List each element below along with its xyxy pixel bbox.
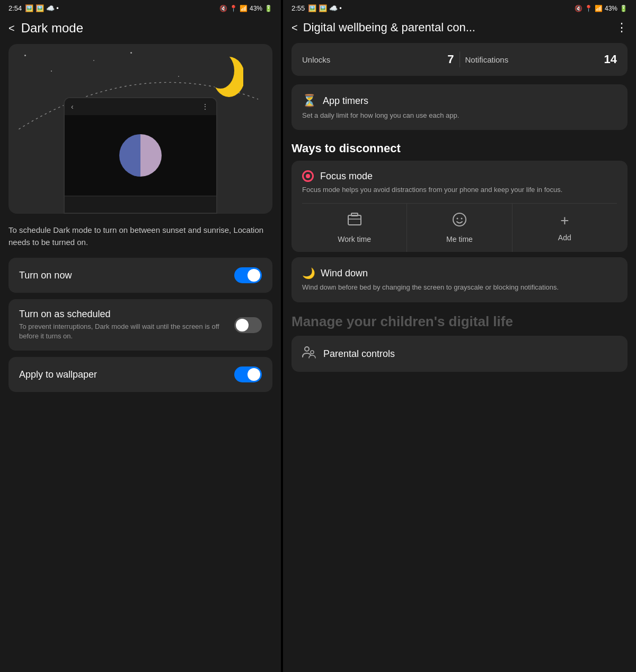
turn-on-scheduled-row[interactable]: Turn on as scheduled To prevent interrup… bbox=[8, 299, 272, 351]
dark-mode-description: To schedule Dark mode to turn on between… bbox=[0, 214, 281, 255]
svg-point-6 bbox=[456, 218, 458, 220]
left-time: 2:54 bbox=[8, 4, 22, 12]
phone-mockup-header: ‹ ⋮ bbox=[65, 98, 216, 115]
svg-rect-3 bbox=[351, 213, 358, 216]
left-page-title: Dark mode bbox=[21, 21, 83, 36]
apply-wallpaper-knob bbox=[248, 368, 260, 381]
left-panel: 2:54 🖼️ 🖼️ ☁️ • 🔇 📍 📶 43% 🔋 < Dark mode bbox=[0, 0, 281, 672]
parental-controls-icon bbox=[302, 345, 316, 362]
star5 bbox=[178, 76, 179, 77]
focus-mode-icon bbox=[302, 170, 314, 182]
star3 bbox=[93, 60, 94, 61]
focus-mode-desc: Focus mode helps you avoid distractions … bbox=[302, 185, 617, 195]
right-page-title: Digital wellbeing & parental con... bbox=[303, 21, 475, 34]
turn-on-scheduled-knob bbox=[236, 319, 249, 331]
notifications-label: Notifications bbox=[465, 55, 509, 64]
ways-to-disconnect-heading: Ways to disconnect bbox=[283, 133, 636, 161]
phone-mockup: ‹ ⋮ bbox=[64, 97, 217, 214]
children-heading: Manage your children's digital life bbox=[283, 302, 636, 336]
apply-wallpaper-label: Apply to wallpaper bbox=[19, 369, 97, 380]
left-location-icon: 📍 bbox=[229, 5, 237, 12]
svg-rect-2 bbox=[348, 215, 361, 225]
turn-on-scheduled-sublabel: To prevent interruptions, Dark mode will… bbox=[19, 322, 228, 341]
me-time-label: Me time bbox=[446, 235, 473, 243]
right-back-button[interactable]: < bbox=[292, 22, 298, 34]
notifications-value: 14 bbox=[604, 53, 617, 66]
moon-crescent bbox=[209, 55, 243, 102]
left-status-right: 🔇 📍 📶 43% 🔋 bbox=[219, 5, 272, 12]
turn-on-now-label: Turn on now bbox=[19, 270, 72, 281]
star1 bbox=[24, 55, 26, 56]
left-back-button[interactable]: < bbox=[8, 22, 15, 34]
parental-controls-card[interactable]: Parental controls bbox=[292, 336, 628, 372]
star2 bbox=[51, 71, 52, 72]
right-more-button[interactable]: ⋮ bbox=[616, 21, 628, 34]
focus-inner-dot bbox=[306, 174, 310, 178]
me-time-icon bbox=[452, 212, 467, 231]
left-page-header: < Dark mode bbox=[0, 14, 281, 44]
right-header-left: < Digital wellbeing & parental con... bbox=[292, 21, 475, 34]
left-wifi-icon: 📶 bbox=[240, 5, 248, 12]
star4 bbox=[130, 52, 132, 54]
svg-point-9 bbox=[311, 351, 314, 354]
app-timers-card[interactable]: ⏳ App timers Set a daily limit for how l… bbox=[292, 84, 628, 130]
left-notif-icons: 🖼️ 🖼️ ☁️ • bbox=[25, 4, 58, 12]
add-focus-icon: + bbox=[560, 212, 569, 229]
apply-wallpaper-toggle[interactable] bbox=[234, 366, 262, 382]
unlocks-value: 7 bbox=[447, 53, 454, 66]
mockup-more-icon: ⋮ bbox=[201, 102, 210, 111]
wind-down-header: 🌙 Wind down bbox=[302, 267, 617, 280]
right-status-bar: 2:55 🖼️ 🖼️ ☁️ • 🔇 📍 📶 43% 🔋 bbox=[283, 0, 636, 14]
right-status-left: 2:55 🖼️ 🖼️ ☁️ • bbox=[292, 4, 342, 12]
wind-down-title: Wind down bbox=[321, 268, 368, 279]
app-timers-title: App timers bbox=[323, 95, 368, 107]
focus-mode-title: Focus mode bbox=[320, 171, 373, 182]
parental-controls-title: Parental controls bbox=[323, 348, 395, 360]
focus-options: Work time Me time + Add bbox=[302, 203, 617, 252]
left-status-left: 2:54 🖼️ 🖼️ ☁️ • bbox=[8, 4, 59, 12]
phone-mockup-body bbox=[65, 115, 216, 196]
right-battery: 43% bbox=[605, 5, 617, 12]
right-location-icon: 📍 bbox=[585, 5, 593, 12]
left-battery-icon: 🔋 bbox=[264, 5, 272, 12]
work-time-icon bbox=[347, 212, 362, 231]
right-time: 2:55 bbox=[292, 4, 305, 12]
svg-point-8 bbox=[305, 347, 309, 351]
app-timers-icon: ⏳ bbox=[302, 94, 316, 108]
unlocks-label: Unlocks bbox=[302, 55, 330, 64]
right-wifi-icon: 📶 bbox=[595, 5, 603, 12]
right-battery-icon: 🔋 bbox=[620, 5, 628, 12]
right-notif-icons: 🖼️ 🖼️ ☁️ • bbox=[308, 4, 341, 12]
left-mute-icon: 🔇 bbox=[219, 5, 227, 12]
me-time-option[interactable]: Me time bbox=[407, 204, 512, 252]
right-mute-icon: 🔇 bbox=[575, 5, 582, 12]
work-time-label: Work time bbox=[338, 235, 371, 243]
moon-illustration: ‹ ⋮ bbox=[8, 44, 272, 214]
turn-on-scheduled-toggle[interactable] bbox=[234, 317, 262, 333]
right-panel: 2:55 🖼️ 🖼️ ☁️ • 🔇 📍 📶 43% 🔋 < Digital we… bbox=[283, 0, 636, 672]
work-time-option[interactable]: Work time bbox=[302, 204, 407, 252]
turn-on-now-row[interactable]: Turn on now bbox=[8, 258, 272, 293]
mockup-nav-bar bbox=[65, 196, 216, 213]
wind-down-card[interactable]: 🌙 Wind down Wind down before bed by chan… bbox=[292, 257, 628, 302]
turn-on-scheduled-label: Turn on as scheduled bbox=[19, 309, 228, 320]
notifications-stat: Notifications 14 bbox=[465, 53, 617, 66]
left-status-bar: 2:54 🖼️ 🖼️ ☁️ • 🔇 📍 📶 43% 🔋 bbox=[0, 0, 281, 14]
app-timers-desc: Set a daily limit for how long you can u… bbox=[302, 111, 617, 120]
turn-on-now-toggle[interactable] bbox=[234, 267, 262, 283]
stats-row: Unlocks 7 Notifications 14 bbox=[292, 43, 628, 76]
right-status-right: 🔇 📍 📶 43% 🔋 bbox=[575, 5, 628, 12]
left-battery: 43% bbox=[250, 5, 262, 12]
right-page-header: < Digital wellbeing & parental con... ⋮ bbox=[283, 14, 636, 43]
svg-point-5 bbox=[453, 213, 466, 226]
mockup-back-icon: ‹ bbox=[71, 102, 74, 111]
wind-down-desc: Wind down before bed by changing the scr… bbox=[302, 283, 617, 292]
add-focus-option[interactable]: + Add bbox=[513, 204, 617, 252]
focus-mode-card[interactable]: Focus mode Focus mode helps you avoid di… bbox=[292, 161, 628, 252]
turn-on-now-knob bbox=[248, 269, 260, 282]
wind-down-icon: 🌙 bbox=[302, 267, 315, 280]
unlocks-stat: Unlocks 7 bbox=[302, 53, 454, 66]
add-focus-label: Add bbox=[558, 233, 571, 242]
apply-wallpaper-row[interactable]: Apply to wallpaper bbox=[8, 357, 272, 392]
app-timers-row: ⏳ App timers bbox=[302, 94, 617, 108]
